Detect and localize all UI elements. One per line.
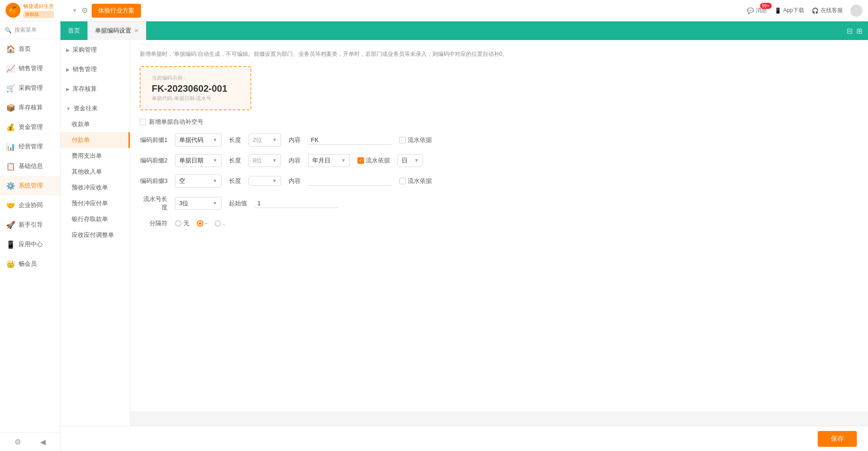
nav-item-inventory[interactable]: 📦 库存核算 — [0, 98, 60, 117]
header-search-area[interactable]: ▼ ⚙ 体验行业方案 — [72, 4, 141, 18]
submenu-item-pre-payment-offset[interactable]: 预付冲应付单 — [61, 195, 130, 211]
nav-item-enterprise[interactable]: 🤝 企业协同 — [0, 195, 60, 215]
hint-text: 新增单据时，'单据编码'自动生成，不可编辑。前缀设置为部门、业务员等档案类，开单… — [140, 49, 859, 60]
submenu-header-inventory[interactable]: ▶ 库存核算 — [61, 81, 130, 97]
prefix2-length-arrow: ▼ — [272, 158, 277, 163]
auto-fill-row: 新增单据自动补空号 — [140, 118, 859, 126]
submenu-item-bank[interactable]: 银行存取款单 — [61, 211, 130, 227]
tab-bar: 首页 单据编码设置 ✕ ⊟ ⊞ — [61, 21, 868, 40]
operation-icon: 📊 — [7, 142, 15, 151]
submenu-item-adjustment[interactable]: 应收应付调整单 — [61, 227, 130, 243]
tab-expand-icon[interactable]: ⊞ — [856, 27, 862, 35]
prefix3-content-input[interactable] — [308, 176, 392, 186]
system-icon: ⚙️ — [7, 182, 15, 190]
serial-length-arrow: ▼ — [213, 201, 217, 206]
serial-length-select[interactable]: 3位 ▼ — [175, 197, 222, 210]
app-download-icon: 📱 — [774, 7, 781, 14]
logo-area: 🍊 畅捷通好生意 旗舰版 — [6, 3, 66, 18]
nav-item-member[interactable]: 👑 畅会员 — [0, 254, 60, 274]
separator-dash-dot — [197, 220, 203, 227]
prefix1-content-input[interactable] — [308, 135, 392, 145]
header-right: 💬 消息 99+ 📱 App下载 🎧 在线客服 — [747, 5, 862, 17]
separator-dash-radio[interactable]: - — [197, 220, 207, 227]
nav-item-app-center[interactable]: 📱 应用中心 — [0, 235, 60, 254]
logo-text: 畅捷通好生意 — [23, 3, 54, 9]
prefix1-length-arrow: ▼ — [272, 137, 277, 142]
settings-icon[interactable]: ⚙ — [81, 6, 88, 15]
submenu-group-inventory: ▶ 库存核算 — [61, 79, 130, 99]
header-dropdown-btn[interactable]: ▼ — [72, 7, 78, 14]
submenu-header-sales[interactable]: ▶ 销售管理 — [61, 61, 130, 77]
serial-length-label: 流水号长度 — [140, 195, 168, 212]
inventory-icon: 📦 — [7, 103, 15, 112]
prefix2-length-label: 长度 — [229, 156, 241, 165]
submenu-group-purchase: ▶ 采购管理 — [61, 40, 130, 60]
prefix1-serial-checkbox-row: 流水依据 — [399, 136, 432, 144]
logo-icon: 🍊 — [6, 3, 20, 18]
submenu-item-receipt[interactable]: 收款单 — [61, 116, 130, 132]
guide-icon: 🚀 — [7, 221, 15, 229]
prefix1-select[interactable]: 单据代码 ▼ — [175, 134, 222, 147]
search-icon: 🔍 — [5, 27, 12, 34]
message-badge: 99+ — [760, 3, 772, 9]
nav-item-operation[interactable]: 📊 经营管理 — [0, 137, 60, 156]
enterprise-icon: 🤝 — [7, 201, 15, 209]
submenu-group-sales: ▶ 销售管理 — [61, 60, 130, 79]
chevron-right-icon-sales: ▶ — [66, 67, 70, 72]
prefix3-select-arrow: ▼ — [213, 178, 217, 183]
auto-fill-label: 新增单据自动补空号 — [149, 118, 203, 126]
nav-item-finance[interactable]: 💰 资金管理 — [0, 117, 60, 137]
nav-item-basic[interactable]: 📋 基础信息 — [0, 156, 60, 176]
nav-item-purchase[interactable]: 🛒 采购管理 — [0, 78, 60, 98]
prefix2-select-arrow: ▼ — [213, 158, 217, 163]
header-middle: ▼ ⚙ 体验行业方案 — [66, 4, 747, 18]
prefix1-length-select[interactable]: 2位 ▼ — [249, 134, 281, 147]
online-service-button[interactable]: 🎧 在线客服 — [812, 7, 843, 14]
nav-item-system[interactable]: ⚙️ 系统管理 — [0, 176, 60, 195]
separator-none-dot — [175, 220, 182, 227]
message-button[interactable]: 💬 消息 99+ — [747, 7, 767, 14]
preview-box: 当前编码示例： FK-20230602-001 单据代码-单据日期-流水号 — [140, 66, 251, 110]
submenu-header-purchase[interactable]: ▶ 采购管理 — [61, 42, 130, 58]
experience-button[interactable]: 体验行业方案 — [92, 4, 141, 18]
submenu-item-expense[interactable]: 费用支出单 — [61, 148, 130, 164]
top-header: 🍊 畅捷通好生意 旗舰版 ▼ ⚙ 体验行业方案 💬 消息 99+ 📱 App下载… — [0, 0, 868, 21]
user-avatar[interactable] — [850, 5, 862, 17]
logo-badge: 旗舰版 — [23, 11, 54, 18]
chevron-right-icon-inventory: ▶ — [66, 87, 70, 92]
separator-dot-label: . — [223, 220, 225, 227]
prefix1-length-label: 长度 — [229, 136, 241, 144]
prefix3-label: 编码前缀3 — [140, 177, 168, 185]
prefix2-select[interactable]: 单据日期 ▼ — [175, 154, 222, 167]
submenu-item-payment[interactable]: 付款单 — [61, 132, 130, 148]
sidebar-search[interactable]: 🔍 搜索菜单 — [0, 21, 60, 39]
separator-dot-radio[interactable]: . — [215, 220, 225, 227]
nav-item-guide[interactable]: 🚀 新手引导 — [0, 215, 60, 235]
prefix1-select-arrow: ▼ — [213, 137, 217, 142]
tab-minimize-icon[interactable]: ⊟ — [847, 27, 853, 35]
start-value-input[interactable] — [255, 199, 338, 208]
prefix1-row: 编码前缀1 单据代码 ▼ 长度 2位 ▼ 内容 流水依据 — [140, 134, 859, 147]
submenu-item-pre-receipt-offset[interactable]: 预收冲应收单 — [61, 180, 130, 195]
tab-close-icon[interactable]: ✕ — [134, 27, 139, 34]
prefix3-length-select[interactable]: ▼ — [249, 176, 281, 186]
prefix3-serial-checkbox[interactable] — [399, 178, 406, 184]
prefix1-serial-checkbox[interactable] — [399, 137, 406, 143]
prefix2-serial-label: 流水依据 — [366, 156, 390, 165]
submenu-item-other-income[interactable]: 其他收入单 — [61, 164, 130, 180]
chevron-down-icon-capital: ▼ — [66, 106, 71, 111]
nav-item-home[interactable]: 🏠 首页 — [0, 39, 60, 59]
nav-item-sales[interactable]: 📈 销售管理 — [0, 59, 60, 78]
prefix2-cycle-select[interactable]: 日 ▼ — [397, 154, 423, 167]
prefix2-content-select[interactable]: 年月日 ▼ — [308, 154, 350, 167]
separator-none-radio[interactable]: 无 — [175, 219, 189, 228]
auto-fill-checkbox[interactable] — [140, 119, 146, 125]
prefix2-length-select[interactable]: 8位 ▼ — [249, 154, 281, 167]
prefix3-select[interactable]: 空 ▼ — [175, 175, 222, 188]
prefix1-serial-label: 流水依据 — [408, 136, 432, 144]
submenu-header-capital[interactable]: ▼ 资金往来 — [61, 101, 130, 116]
tab-encoding-settings[interactable]: 单据编码设置 ✕ — [87, 21, 146, 40]
prefix2-serial-checkbox[interactable]: ✓ — [357, 157, 364, 164]
app-download-button[interactable]: 📱 App下载 — [774, 7, 804, 14]
tab-home[interactable]: 首页 — [61, 21, 87, 40]
